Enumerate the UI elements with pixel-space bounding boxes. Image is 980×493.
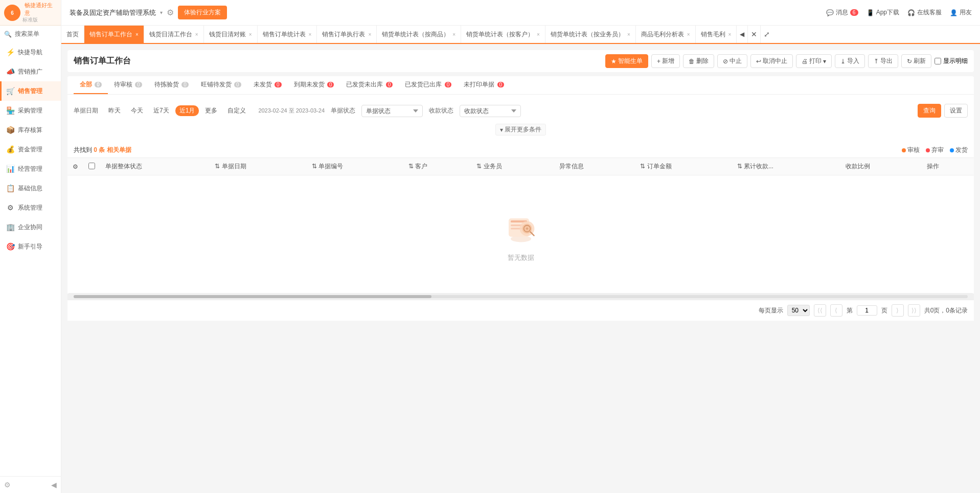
page-first-button[interactable]: ⟨⟨ <box>814 304 826 317</box>
tab-cash-reconcile[interactable]: 钱货日清对账 × <box>204 26 258 43</box>
refresh-button[interactable]: ↻ 刷新 <box>901 54 931 68</box>
tab-sales-exec[interactable]: 销售订单执行表 × <box>317 26 377 43</box>
query-button[interactable]: 查询 <box>918 104 941 118</box>
th-customer[interactable]: ⇅ 客户 <box>403 158 472 175</box>
th-number[interactable]: ⇅ 单据编号 <box>307 158 403 175</box>
tab-cash-daily[interactable]: 钱货日清工作台 × <box>144 26 204 43</box>
subtab-pending-review[interactable]: 待审核 0 <box>108 76 148 94</box>
refresh-icon: ↻ <box>907 58 912 65</box>
collapse-icon[interactable]: ◀ <box>51 481 57 489</box>
tab-close-gross-profit[interactable]: × <box>687 32 690 37</box>
page-next-button[interactable]: ⟩ <box>892 304 904 317</box>
tab-sale-stat-product[interactable]: 销货单统计表（按商品） × <box>377 26 461 43</box>
date-opt-month[interactable]: 近1月 <box>175 105 199 116</box>
date-opt-more[interactable]: 更多 <box>201 105 221 116</box>
tab-sales-stats[interactable]: 销售订单统计表 × <box>258 26 317 43</box>
date-opt-recent7[interactable]: 近7天 <box>149 105 173 116</box>
sidebar-item-sales[interactable]: 🛒 销售管理 <box>0 81 61 101</box>
th-staff[interactable]: ⇅ 业务员 <box>471 158 554 175</box>
tab-sales-profit[interactable]: 销售毛利 × <box>696 26 737 43</box>
settings-icon[interactable]: ⚙ <box>4 481 11 489</box>
settings-button[interactable]: 设置 <box>944 104 968 118</box>
tab-close-sales-exec[interactable]: × <box>368 32 371 37</box>
select-all-checkbox[interactable] <box>88 163 95 169</box>
tab-prev-button[interactable]: ◀ <box>737 26 748 43</box>
th-ratio[interactable]: 收款比例 <box>840 158 921 175</box>
expand-conditions-button[interactable]: ▾ 展开更多条件 <box>495 124 546 136</box>
export-button[interactable]: ⤒ 导出 <box>868 54 898 68</box>
page-number-input[interactable] <box>857 305 877 316</box>
th-exception[interactable]: 异常信息 <box>554 158 635 175</box>
sidebar-item-finance[interactable]: 💰 资金管理 <box>0 140 61 159</box>
subtab-all[interactable]: 全部 0 <box>74 76 108 94</box>
tab-sale-stat-customer[interactable]: 销货单统计表（按客户） × <box>461 26 545 43</box>
cancel-stop-button[interactable]: ↩ 取消中止 <box>750 54 793 68</box>
tab-close-sale-stat-product[interactable]: × <box>452 32 455 37</box>
sidebar-item-guide[interactable]: 🎯 新手引导 <box>0 237 61 256</box>
subtab-overdue-unship[interactable]: 到期未发货 0 <box>288 76 340 94</box>
date-opt-yesterday[interactable]: 昨天 <box>104 105 125 116</box>
th-settings[interactable]: ⚙ <box>67 158 83 175</box>
sidebar-item-marketing[interactable]: 📣 营销推广 <box>0 62 61 81</box>
message-button[interactable]: 💬 消息 6 <box>826 8 858 17</box>
subtab-pending-inspect[interactable]: 待拣验货 0 <box>148 76 195 94</box>
scrollbar-thumb[interactable] <box>74 295 431 298</box>
system-icon: ⚙ <box>6 203 15 212</box>
subtab-unprinted[interactable]: 未打印单据 0 <box>458 76 510 94</box>
sidebar-item-basic[interactable]: 📋 基础信息 <box>0 178 61 198</box>
th-date[interactable]: ⇅ 单据日期 <box>210 158 306 175</box>
sidebar-item-operations[interactable]: 📊 经营管理 <box>0 159 61 178</box>
tab-close-cash-daily[interactable]: × <box>195 32 198 37</box>
ship-button[interactable]: 发货 <box>950 146 968 154</box>
tab-close-all-button[interactable]: ✕ <box>748 26 761 43</box>
th-status[interactable]: 单据整体状态 <box>100 158 210 175</box>
tab-close-sale-stat-staff[interactable]: × <box>627 32 630 37</box>
tab-close-sales-profit[interactable]: × <box>728 32 732 37</box>
page-last-button[interactable]: ⟩⟩ <box>908 304 920 317</box>
tab-close-sales-stats[interactable]: × <box>309 32 312 37</box>
solution-button[interactable]: 体验行业方案 <box>178 6 227 19</box>
tab-sales-order[interactable]: 销售订单工作台 × <box>84 26 144 43</box>
sidebar-item-purchase[interactable]: 🏪 采购管理 <box>0 101 61 120</box>
date-opt-today[interactable]: 今天 <box>127 105 147 116</box>
print-button[interactable]: 🖨 打印 ▾ <box>796 54 832 68</box>
tab-close-sale-stat-customer[interactable]: × <box>537 32 540 37</box>
subtab-not-shipped[interactable]: 未发货 0 <box>247 76 288 94</box>
subtab-wangpu-ship[interactable]: 旺铺待发货 0 <box>195 76 247 94</box>
search-menu[interactable]: 🔍 搜索菜单 <box>0 26 61 42</box>
page-size-select[interactable]: 50 <box>787 305 810 316</box>
stop-button[interactable]: ⊘ 中止 <box>717 54 747 68</box>
add-button[interactable]: + 新增 <box>651 54 680 68</box>
th-collected[interactable]: ⇅ 累计收款... <box>732 158 841 175</box>
subtab-shipped-out[interactable]: 已发货已出库 0 <box>399 76 458 94</box>
sidebar-item-inventory[interactable]: 📦 库存核算 <box>0 120 61 140</box>
topbar-gear-icon[interactable]: ⚙ <box>167 8 174 17</box>
payment-filter-select[interactable]: 收款状态 <box>460 105 521 117</box>
sidebar-item-enterprise[interactable]: 🏢 企业协同 <box>0 217 61 237</box>
tab-gross-profit[interactable]: 商品毛利分析表 × <box>636 26 696 43</box>
tab-close-sales-order[interactable]: × <box>135 32 139 37</box>
status-filter-select[interactable]: 单据状态 <box>361 105 423 117</box>
th-checkbox[interactable] <box>83 158 100 175</box>
sidebar-item-quick-nav[interactable]: ⚡ 快捷导航 <box>0 42 61 62</box>
import-button[interactable]: ⤓ 导入 <box>835 54 865 68</box>
th-amount[interactable]: ⇅ 订单金额 <box>635 158 732 175</box>
subtab-shipped-in[interactable]: 已发货未出库 0 <box>340 76 399 94</box>
tab-expand-button[interactable]: ⤢ <box>761 26 773 43</box>
tab-close-cash-reconcile[interactable]: × <box>249 32 252 37</box>
cancel-audit-button[interactable]: 弃审 <box>926 146 944 154</box>
sidebar-item-system[interactable]: ⚙ 系统管理 <box>0 198 61 217</box>
smart-create-button[interactable]: ★ 智能生单 <box>605 54 648 68</box>
delete-button[interactable]: 🗑 删除 <box>683 54 714 68</box>
user-button[interactable]: 👤 用友 <box>950 8 972 17</box>
service-button[interactable]: 🎧 在线客服 <box>907 8 942 17</box>
date-opt-custom[interactable]: 自定义 <box>223 105 250 116</box>
tab-sale-stat-staff[interactable]: 销货单统计表（按业务员） × <box>545 26 636 43</box>
page-prev-button[interactable]: ⟨ <box>830 304 842 317</box>
tab-home[interactable]: 首页 <box>61 26 84 43</box>
show-detail-label[interactable]: 显示明细 <box>935 57 968 65</box>
show-detail-checkbox[interactable] <box>935 58 941 64</box>
audit-button[interactable]: 审核 <box>902 146 920 154</box>
app-download-button[interactable]: 📱 App下载 <box>867 8 899 17</box>
horizontal-scrollbar[interactable] <box>67 294 974 300</box>
